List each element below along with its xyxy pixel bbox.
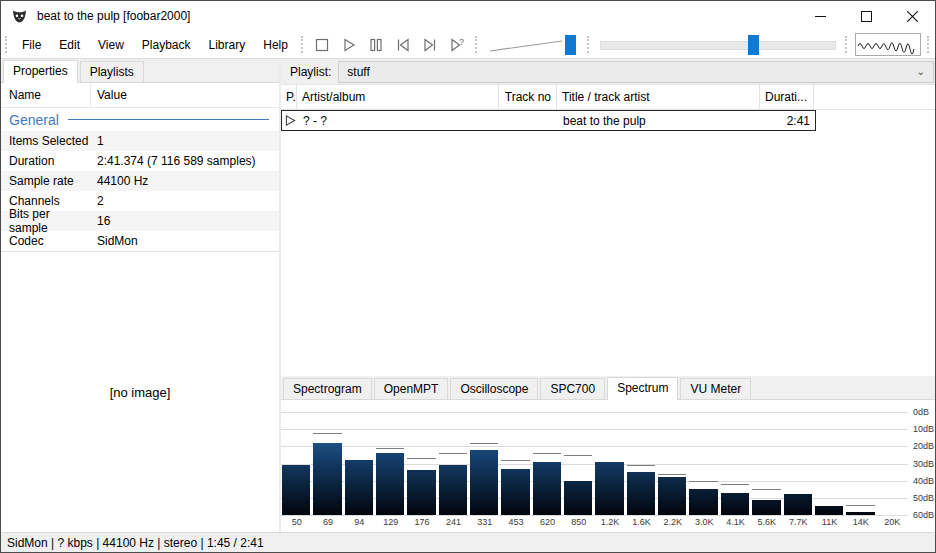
playing-triangle-icon (285, 115, 296, 126)
status-text: SidMon | ? kbps | 44100 Hz | stereo | 1:… (7, 536, 264, 550)
window-title: beat to the pulp [foobar2000] (37, 9, 797, 23)
spectrum-bar (846, 512, 874, 515)
spectrum-analyzer[interactable]: 0dB10dB20dB30dB40dB50dB60dB5069941291762… (281, 400, 935, 532)
y-axis-tick-label: 30dB (913, 458, 934, 468)
title-bar[interactable]: beat to the pulp [foobar2000] (1, 1, 935, 31)
spectrum-bar (470, 450, 498, 515)
properties-table-header[interactable]: Name Value (1, 83, 279, 108)
playlist-dropdown[interactable]: stuff ⌄ (338, 61, 934, 83)
toolbar-drag-handle[interactable] (475, 36, 480, 53)
oscilloscope-widget[interactable] (855, 33, 921, 56)
playlist-column-0[interactable]: P... (281, 85, 297, 109)
x-axis-tick-label: 4.1K (720, 517, 751, 527)
property-name: Bits per sample (1, 207, 91, 235)
x-axis-tick-label: 176 (406, 517, 437, 527)
minimize-icon (815, 11, 826, 22)
viz-tab-spc700[interactable]: SPC700 (540, 378, 605, 399)
cell-duration: 2:41 (761, 114, 815, 128)
spectrum-slot (783, 412, 814, 515)
spectrum-bar (282, 465, 310, 515)
viz-tab-vu-meter[interactable]: VU Meter (680, 378, 751, 399)
playlist-dropdown-value: stuff (347, 65, 369, 79)
playlist-column-3[interactable]: Title / track artist (557, 85, 760, 109)
menu-view[interactable]: View (89, 32, 133, 58)
playlist-empty-area[interactable] (281, 131, 935, 376)
stop-button[interactable] (310, 33, 335, 57)
svg-text:?: ? (459, 37, 464, 47)
spectrum-slot (720, 412, 751, 515)
toolbar-drag-handle[interactable] (587, 36, 592, 53)
y-axis-tick-label: 40dB (913, 475, 934, 485)
x-axis-tick-label: 241 (438, 517, 469, 527)
menu-help[interactable]: Help (254, 32, 297, 58)
peak-marker (564, 455, 592, 456)
main-toolbar: FileEditViewPlaybackLibraryHelp ? (1, 31, 935, 59)
viz-tab-spectrogram[interactable]: Spectrogram (283, 378, 372, 399)
property-row[interactable]: CodecSidMon (1, 231, 279, 251)
property-value: SidMon (91, 234, 279, 248)
property-row[interactable]: Bits per sample16 (1, 211, 279, 231)
spectrum-slot (751, 412, 782, 515)
peak-marker (846, 505, 874, 506)
next-icon (421, 36, 439, 54)
property-row[interactable]: Items Selected1 (1, 131, 279, 151)
maximize-button[interactable] (843, 1, 889, 31)
play-button[interactable] (337, 33, 362, 57)
playlist-track-row[interactable]: ? - ?beat to the pulp2:41 (281, 110, 816, 131)
pause-icon (367, 36, 385, 54)
viz-tab-oscilloscope[interactable]: Oscilloscope (450, 378, 538, 399)
x-axis-tick-label: 50 (281, 517, 312, 527)
minimize-button[interactable] (797, 1, 843, 31)
playlist-column-filler (814, 85, 935, 109)
album-art-panel[interactable]: [no image] (1, 252, 279, 532)
toolbar-drag-handle[interactable] (845, 36, 850, 53)
previous-button[interactable] (391, 33, 416, 57)
maximize-icon (861, 11, 872, 22)
seek-bar[interactable] (598, 33, 838, 57)
next-button[interactable] (418, 33, 443, 57)
x-axis-tick-label: 11K (814, 517, 845, 527)
peak-marker (627, 465, 655, 466)
spectrum-slot (657, 412, 688, 515)
x-axis-tick-label: 620 (532, 517, 563, 527)
viz-tab-openmpt[interactable]: OpenMPT (374, 378, 449, 399)
playlist-column-2[interactable]: Track no (499, 85, 557, 109)
property-row[interactable]: Duration2:41.374 (7 116 589 samples) (1, 151, 279, 171)
playing-indicator (282, 115, 298, 126)
toolbar-drag-handle[interactable] (927, 36, 932, 53)
menu-file[interactable]: File (13, 32, 50, 58)
pause-button[interactable] (364, 33, 389, 57)
menu-playback[interactable]: Playback (133, 32, 200, 58)
tab-properties[interactable]: Properties (3, 60, 78, 83)
playlist-rows: ? - ?beat to the pulp2:41 (281, 110, 935, 131)
peak-marker (658, 474, 686, 475)
toolbar-drag-handle[interactable] (5, 36, 10, 53)
property-value: 2:41.374 (7 116 589 samples) (91, 154, 279, 168)
spectrum-bar (313, 443, 341, 515)
tab-playlists[interactable]: Playlists (80, 61, 144, 82)
peak-marker (501, 460, 529, 461)
seek-track[interactable] (600, 41, 836, 50)
spectrum-bar (658, 477, 686, 515)
left-panel-tabs: PropertiesPlaylists (1, 59, 279, 83)
close-button[interactable] (889, 1, 935, 31)
spectrum-bar (533, 462, 561, 515)
seek-handle[interactable] (748, 35, 759, 55)
toolbar-drag-handle[interactable] (301, 36, 306, 53)
playlist-column-1[interactable]: Artist/album (297, 85, 499, 109)
x-axis-tick-label: 453 (500, 517, 531, 527)
playlist-column-4[interactable]: Durati... (760, 85, 814, 109)
spectrum-bar (376, 453, 404, 515)
menu-edit[interactable]: Edit (50, 32, 89, 58)
menu-library[interactable]: Library (200, 32, 255, 58)
column-header-value[interactable]: Value (91, 83, 279, 107)
playlist-label: Playlist: (281, 65, 338, 79)
volume-slider[interactable] (486, 33, 580, 57)
volume-handle[interactable] (565, 35, 576, 55)
play-random-button[interactable]: ? (445, 33, 470, 57)
status-bar: SidMon | ? kbps | 44100 Hz | stereo | 1:… (1, 532, 935, 552)
peak-marker (376, 448, 404, 449)
property-row[interactable]: Sample rate44100 Hz (1, 171, 279, 191)
column-header-name[interactable]: Name (1, 83, 91, 107)
viz-tab-spectrum[interactable]: Spectrum (607, 377, 678, 400)
